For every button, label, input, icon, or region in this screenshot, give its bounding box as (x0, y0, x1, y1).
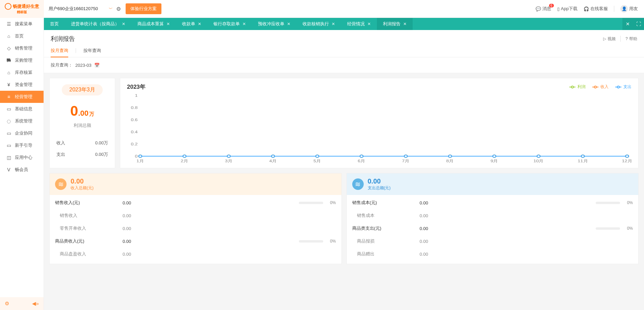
logo-icon (5, 3, 11, 10)
tab[interactable]: 经营情况✕ (341, 18, 377, 30)
data-row-label: 商品类收入(元) (55, 238, 123, 244)
legend-profit[interactable]: 利润 (569, 84, 586, 90)
gear-icon[interactable]: ⚙ (116, 6, 121, 12)
sidebar-item-icon: ⛟ (6, 58, 11, 63)
income-total-value: 0.00 (71, 177, 94, 185)
tenant-select[interactable]: 用户690企业1660120750 ﹀ (49, 6, 113, 12)
data-row-value: 0.00 (123, 239, 210, 244)
data-row-label: 零售开单收入 (55, 225, 123, 231)
legend-mark-icon (569, 86, 575, 88)
tab-label: 银行存取款单 (213, 21, 240, 27)
tab-close-icon[interactable]: ✕ (332, 22, 335, 26)
tab[interactable]: 进货单统计表（按商品）✕ (65, 18, 131, 30)
sidebar-item-label: 基础信息 (15, 106, 32, 112)
sidebar: ☰搜索菜单⌂首页◇销售管理⛟采购管理⌂库存核算¥资金管理≡经营管理▭基础信息◌系… (0, 18, 44, 310)
sidebar-item-label: 销售管理 (15, 45, 32, 51)
svg-text:2月: 2月 (181, 159, 188, 163)
svg-text:1月: 1月 (136, 159, 144, 163)
sidebar-item-label: 畅会员 (15, 167, 28, 173)
tab[interactable]: 收款核销执行✕ (297, 18, 341, 30)
play-icon: ▷ (603, 36, 606, 41)
tab-close-icon[interactable]: ✕ (166, 22, 170, 26)
svg-point-51 (537, 155, 540, 158)
tab-close-icon[interactable]: ✕ (198, 22, 201, 26)
tab[interactable]: 商品成本重算✕ (131, 18, 176, 30)
sidebar-item[interactable]: ▭基础信息 (0, 103, 44, 115)
data-row-label: 销售成本 (352, 213, 420, 219)
sidebar-item[interactable]: ◇销售管理 (0, 42, 44, 54)
sidebar-item-label: 采购管理 (15, 57, 32, 63)
divider (614, 6, 614, 12)
headset-icon: 🎧 (584, 6, 589, 11)
sidebar-item[interactable]: ▭新手引导 (0, 139, 44, 151)
data-row: 销售成本0.00 (352, 209, 633, 222)
sidebar-item[interactable]: ◌系统管理 (0, 115, 44, 127)
tab-close-icon[interactable]: ✕ (287, 22, 290, 26)
trial-button[interactable]: 体验行业方案 (126, 3, 161, 14)
svg-text:11月: 11月 (578, 159, 588, 163)
sidebar-item[interactable]: ☰搜索菜单 (0, 18, 44, 30)
summary-row: 支出0.00万 (56, 149, 108, 160)
tab-close-all-icon[interactable]: ✕ (622, 18, 633, 30)
messages-button[interactable]: 💬 消息 6 (536, 6, 551, 12)
data-row-value: 0.00 (123, 252, 210, 257)
data-row-value: 0.00 (420, 252, 508, 257)
data-row-value: 0.00 (123, 200, 210, 205)
tab[interactable]: 银行存取款单✕ (207, 18, 252, 30)
svg-text:4月: 4月 (269, 159, 277, 163)
app-download-button[interactable]: ▯ App下载 (557, 6, 577, 12)
tab-expand-icon[interactable]: ⛶ (633, 18, 644, 30)
bar-track (596, 227, 620, 230)
avatar-icon: 👤 (620, 5, 628, 12)
sidebar-item[interactable]: ¥资金管理 (0, 79, 44, 91)
bar-track (299, 202, 323, 204)
sidebar-item-label: 应用中心 (15, 154, 32, 161)
query-label: 按月查询： (51, 62, 73, 68)
tab-close-icon[interactable]: ✕ (242, 22, 246, 26)
coins-minus-icon: ≋ (352, 178, 364, 190)
income-total-label: 收入总额(元) (71, 185, 94, 191)
tab-close-icon[interactable]: ✕ (122, 22, 125, 26)
legend-income[interactable]: 收入 (592, 84, 609, 90)
data-row-label: 销售收入 (55, 213, 123, 219)
sidebar-item[interactable]: ◫应用中心 (0, 151, 44, 164)
user-menu[interactable]: 👤 用友 (620, 5, 638, 12)
sidebar-item-label: 搜索菜单 (15, 21, 32, 27)
sidebar-item[interactable]: ≡经营管理 (0, 91, 44, 103)
tab[interactable]: 收款单✕ (176, 18, 207, 30)
help-link[interactable]: ?帮助 (625, 36, 637, 42)
tab[interactable]: 利润报告✕ (377, 18, 413, 30)
svg-text:8月: 8月 (446, 159, 454, 163)
data-row-value: 0.00 (123, 226, 210, 231)
collapse-icon[interactable]: ◀» (32, 301, 39, 307)
expense-panel: ≋ 0.00 支出总额(元) 销售成本(元)0.000%销售成本0.00商品类支… (346, 173, 639, 264)
tab-label: 利润报告 (383, 21, 401, 27)
query-tab-month[interactable]: 按月查询 (51, 48, 68, 57)
settings-icon[interactable]: ⚙ (5, 301, 9, 307)
online-service-button[interactable]: 🎧 在线客服 (584, 6, 608, 12)
sidebar-item[interactable]: V畅会员 (0, 164, 44, 176)
sidebar-item[interactable]: ▭企业协同 (0, 127, 44, 139)
tab[interactable]: 首页 (44, 18, 65, 30)
sidebar-item[interactable]: ⛟采购管理 (0, 54, 44, 66)
query-tab-year[interactable]: 按年查询 (83, 48, 101, 57)
tab[interactable]: 预收冲应收单✕ (252, 18, 297, 30)
sidebar-item-icon: ≡ (6, 94, 11, 100)
sidebar-item-icon: ¥ (6, 82, 11, 87)
data-row: 商品类收入(元)0.000% (55, 235, 336, 248)
tab-close-icon[interactable]: ✕ (367, 22, 371, 26)
legend-expense[interactable]: 支出 (615, 84, 632, 90)
sidebar-item[interactable]: ⌂库存核算 (0, 66, 44, 79)
sidebar-item[interactable]: ⌂首页 (0, 30, 44, 42)
video-link[interactable]: ▷视频 (603, 36, 616, 42)
tab-close-icon[interactable]: ✕ (403, 22, 407, 26)
chart-area[interactable]: 00.20.40.60.811月2月3月4月5月6月7月8月9月10月11月12… (127, 93, 632, 165)
legend-mark-icon (615, 86, 621, 88)
calendar-icon[interactable]: 📅 (94, 63, 100, 68)
divider (76, 48, 76, 53)
tab-label: 首页 (50, 21, 59, 27)
logo[interactable]: 畅捷通好生意 精标版 (0, 0, 44, 18)
summary-row-value: 0.00万 (95, 140, 108, 146)
query-date-value[interactable]: 2023-03 (75, 63, 92, 68)
phone-icon: ▯ (557, 6, 560, 11)
